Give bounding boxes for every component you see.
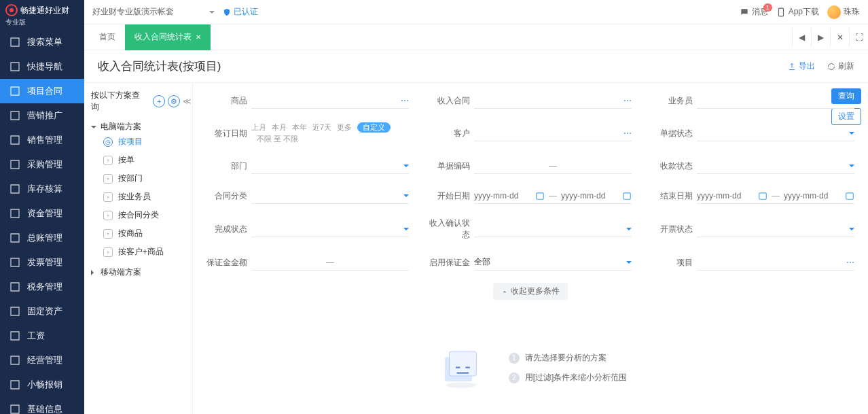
chevron-down-icon — [626, 228, 632, 233]
more-icon[interactable]: ⋯ — [623, 128, 632, 138]
sidebar-item-9[interactable]: 发票管理 — [0, 250, 84, 275]
brand-name: 畅捷通好业财 — [20, 5, 69, 16]
expand-icon — [91, 126, 96, 131]
chart-icon: ▫ — [103, 156, 113, 165]
filter-保证金金额: 保证金金额— — [206, 254, 409, 271]
invoice-icon — [10, 257, 20, 268]
cart-icon — [10, 159, 20, 170]
chevron-down-icon — [849, 165, 854, 170]
notice-button[interactable]: 消息 1 — [740, 6, 768, 18]
export-button[interactable]: 导出 — [788, 61, 815, 72]
collapse-filters-button[interactable]: 收起更多条件 — [493, 283, 568, 300]
scheme-item-3[interactable]: ▫按业务员 — [103, 188, 192, 206]
empty-state: 1请先选择要分析的方案 2用[过滤]条件来缩小分析范围 — [206, 341, 854, 395]
filter-客户: 客户⋯ — [429, 122, 632, 144]
tax-icon — [10, 281, 20, 292]
more-icon[interactable]: ⋯ — [846, 258, 854, 267]
schemes-panel: 按以下方案查询 + ⚙ ≪ 电脑端方案◷按项目▫按单▫按部门▫按业务员▫按合同分… — [84, 83, 193, 414]
tabs-prev[interactable]: ◀ — [792, 28, 811, 47]
filter-sign-date: 签订日期上月本月本年近7天更多自定义不限 至 不限 — [206, 122, 409, 144]
chevron-down-icon — [403, 165, 409, 170]
tabs-next[interactable]: ▶ — [811, 28, 830, 47]
schemes-collapse[interactable]: ≪ — [183, 97, 192, 106]
more-icon[interactable]: ⋯ — [401, 96, 409, 105]
scheme-item-5[interactable]: ▫按商品 — [103, 224, 192, 243]
sidebar-item-10[interactable]: 税务管理 — [0, 275, 84, 299]
filter-select[interactable] — [251, 221, 409, 237]
scheme-group-0[interactable]: 电脑端方案 — [91, 121, 192, 133]
filter-daterange[interactable]: — — [697, 188, 854, 204]
chevron-down-icon — [403, 194, 409, 200]
filter-商品: 商品⋯ — [206, 92, 409, 109]
sidebar-item-1[interactable]: 快捷导航 — [0, 54, 84, 79]
scheme-settings-button[interactable]: ⚙ — [168, 95, 180, 107]
filter-input[interactable]: ⋯ — [697, 92, 854, 109]
filter-input[interactable]: ⋯ — [251, 92, 409, 109]
more-icon[interactable]: ⋯ — [846, 96, 854, 105]
svg-rect-9 — [456, 372, 469, 373]
filter-range[interactable]: — — [474, 158, 632, 174]
search-icon — [10, 37, 20, 48]
add-scheme-button[interactable]: + — [153, 95, 165, 107]
sidebar-item-5[interactable]: 采购管理 — [0, 152, 84, 177]
sign-date-custom[interactable]: 自定义 — [357, 122, 391, 133]
filter-select[interactable] — [251, 188, 409, 204]
app-download-button[interactable]: App下载 — [776, 6, 819, 18]
filter-select[interactable] — [474, 221, 632, 237]
scheme-item-4[interactable]: ▫按合同分类 — [103, 206, 192, 224]
filter-select[interactable]: 全部 — [474, 254, 632, 271]
tab-1[interactable]: 收入合同统计表✕ — [125, 24, 211, 50]
tabs-close-all[interactable]: ✕ — [830, 28, 849, 47]
svg-rect-7 — [456, 366, 460, 368]
sidebar-item-4[interactable]: 销售管理 — [0, 128, 84, 152]
scheme-item-0[interactable]: ◷按项目 — [103, 133, 192, 151]
scheme-group-1[interactable]: 移动端方案 — [91, 266, 192, 278]
scheme-item-1[interactable]: ▫按单 — [103, 151, 192, 169]
refresh-button[interactable]: 刷新 — [827, 61, 854, 72]
scheme-item-2[interactable]: ▫按部门 — [103, 169, 192, 188]
sidebar-item-14[interactable]: 小畅报销 — [0, 373, 84, 397]
tab-0[interactable]: 首页 — [90, 24, 125, 50]
filter-input[interactable]: ⋯ — [697, 254, 854, 271]
calendar-icon — [622, 191, 632, 201]
svg-point-10 — [446, 383, 476, 388]
filter-input[interactable]: ⋯ — [474, 125, 632, 141]
filter-开始日期: 开始日期— — [429, 188, 632, 204]
filter-select[interactable] — [251, 158, 409, 174]
chevron-down-icon — [849, 132, 854, 137]
filter-range[interactable]: — — [251, 254, 409, 271]
sidebar-item-12[interactable]: 工资 — [0, 324, 84, 348]
verified-badge: 已认证 — [223, 6, 258, 18]
chevron-down-icon — [626, 261, 632, 266]
filter-select[interactable] — [697, 125, 854, 141]
sidebar-item-2[interactable]: 项目合同 — [0, 79, 84, 103]
tab-close-icon[interactable]: ✕ — [196, 33, 201, 41]
settings-button[interactable]: 设置 — [831, 108, 861, 125]
sidebar-item-7[interactable]: 资金管理 — [0, 201, 84, 226]
svg-rect-0 — [778, 8, 783, 16]
user-menu[interactable]: 珠珠 — [827, 5, 860, 19]
filter-daterange[interactable]: — — [474, 188, 632, 204]
clock-icon: ◷ — [103, 137, 113, 147]
sidebar-item-3[interactable]: 营销推广 — [0, 103, 84, 128]
sidebar-item-6[interactable]: 库存核算 — [0, 177, 84, 201]
chevron-up-icon — [501, 288, 508, 295]
tabs-bar: 首页收入合同统计表✕ ◀ ▶ ✕ ⛶ — [84, 24, 868, 50]
empty-step-1: 请先选择要分析的方案 — [525, 352, 607, 364]
filter-合同分类: 合同分类 — [206, 188, 409, 204]
tabs-fullscreen[interactable]: ⛶ — [849, 28, 868, 47]
svg-rect-4 — [846, 192, 854, 199]
ledger-icon — [10, 232, 20, 243]
org-selector[interactable]: 好业财专业版演示帐套 — [92, 6, 215, 18]
filter-input[interactable]: ⋯ — [474, 92, 632, 109]
more-icon[interactable]: ⋯ — [623, 96, 632, 105]
sidebar-item-11[interactable]: 固定资产 — [0, 299, 84, 324]
doc-icon — [10, 86, 20, 97]
filter-select[interactable] — [697, 221, 854, 237]
sidebar-item-13[interactable]: 经营管理 — [0, 348, 84, 373]
sidebar-item-15[interactable]: 基础信息 — [0, 397, 84, 414]
sidebar-item-0[interactable]: 搜索菜单 — [0, 30, 84, 54]
filter-select[interactable] — [697, 158, 854, 174]
sidebar-item-8[interactable]: 总账管理 — [0, 226, 84, 250]
scheme-item-6[interactable]: ▫按客户+商品 — [103, 243, 192, 261]
